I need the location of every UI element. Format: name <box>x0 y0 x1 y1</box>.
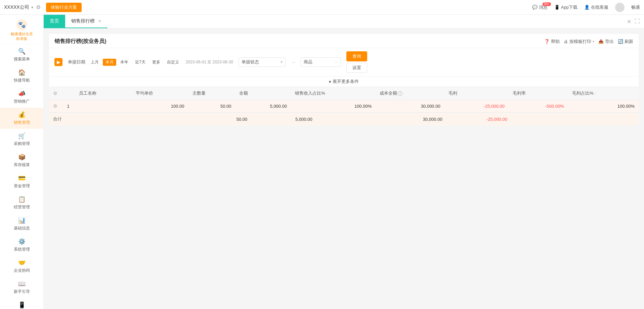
refresh-label: 刷新 <box>625 39 633 45</box>
sidebar-item-purchase[interactable]: 🛒 采购管理 <box>0 129 43 150</box>
purchase-icon: 🛒 <box>18 132 26 140</box>
tab-close-icon[interactable]: ✕ <box>98 19 101 23</box>
sidebar-item-search-order[interactable]: 🔍 搜索菜单 <box>0 44 43 65</box>
avatar[interactable] <box>615 3 625 12</box>
date-btn-more[interactable]: 更多 <box>149 59 163 66</box>
system-icon: ⚙️ <box>18 238 26 245</box>
sidebar-item-capital[interactable]: 💳 资金管理 <box>0 171 43 192</box>
main-card: 销售排行榜(按业务员) ❓ 帮助 🖨 按模板打印 ▾ 📤 <box>49 34 639 125</box>
settings-btn[interactable]: 设置 <box>346 63 367 73</box>
goods-chevron-icon: ··· <box>335 60 338 64</box>
col-header-qty: 主数量 <box>188 87 235 100</box>
sidebar-item-basic[interactable]: 📊 基础信息 <box>0 213 43 235</box>
top-bar-right: 💬 消息 99+ 📱 App下载 👤 在线客服 畅通 <box>532 3 640 12</box>
refresh-btn[interactable]: 🔄 刷新 <box>618 39 633 45</box>
cell-cost: 30,000.00 <box>376 100 444 112</box>
search-order-icon: 🔍 <box>18 48 26 55</box>
company-selector[interactable]: XXXXX公司 ▾ <box>4 4 33 10</box>
col-header-avg-price: 平均单价 <box>132 87 188 100</box>
sidebar-item-app-center[interactable]: 📱 应用中心 <box>0 298 43 309</box>
row-settings-icon[interactable]: ⚙ <box>53 103 57 109</box>
tab-home[interactable]: 首页 <box>44 15 65 28</box>
date-btn-custom[interactable]: 自定义 <box>164 59 182 66</box>
message-btn[interactable]: 💬 消息 99+ <box>532 4 548 10</box>
col-header-rank <box>61 87 75 100</box>
online-service-btn[interactable]: 👤 在线客服 <box>584 4 608 10</box>
footer-cost: 30,000.00 <box>381 117 446 122</box>
app-icon: 📱 <box>554 5 560 10</box>
message-icon: 💬 <box>532 5 538 10</box>
table-row: ⚙ 1 100.00 50.00 5,000.00 100.00% 30,000… <box>49 100 639 112</box>
sidebar-item-quick-nav[interactable]: 🏠 快捷导航 <box>0 65 43 87</box>
company-chevron-icon: ▾ <box>31 5 33 10</box>
help-btn[interactable]: ❓ 帮助 <box>544 39 560 45</box>
col-header-amount: 全额 <box>235 87 291 100</box>
sidebar-item-label: 搜索菜单 <box>14 56 30 62</box>
col-header-profit-rate: 毛利率 <box>509 87 568 100</box>
cell-rank: 1 <box>61 100 75 112</box>
export-icon: 📤 <box>598 39 604 44</box>
col-header-settings: ⚙ <box>49 87 61 100</box>
tab-maximize-icon[interactable]: ⛶ <box>635 18 640 24</box>
filter-arrow-btn[interactable]: ▶ <box>54 58 62 66</box>
company-name: XXXXX公司 <box>4 4 29 10</box>
print-label: 按模板打印 <box>569 39 591 45</box>
print-btn[interactable]: 🖨 按模板打印 ▾ <box>564 39 594 45</box>
print-icon: 🖨 <box>564 39 568 44</box>
page-title: 销售排行榜(按业务员) <box>54 38 106 45</box>
expand-more-bar: ▾ 展开更多条件 <box>49 76 639 87</box>
sidebar-item-inventory[interactable]: 📦 库存核算 <box>0 150 43 171</box>
status-filter[interactable]: 单据状态 ▾ <box>239 57 286 67</box>
table-footer: 合计 50.00 5,000.00 30,000.00 -25,000.00 <box>49 112 639 125</box>
sidebar-item-label: 企业协同 <box>14 268 30 273</box>
cell-amount: 5,000.00 <box>235 100 291 112</box>
col-settings-icon[interactable]: ⚙ <box>53 91 57 96</box>
service-icon: 👤 <box>584 5 590 10</box>
date-btn-this-month[interactable]: 本月 <box>103 59 116 66</box>
sidebar-item-enterprise[interactable]: 🤝 企业协同 <box>0 256 43 277</box>
cell-profit-pct: 100.00% <box>568 100 639 112</box>
expand-more-label: 展开更多条件 <box>333 79 359 85</box>
app-center-icon: 📱 <box>18 301 26 309</box>
goods-filter[interactable]: 商品 ··· <box>301 57 341 67</box>
expand-more-btn[interactable]: ▾ 展开更多条件 <box>329 79 359 85</box>
guide-icon: 📖 <box>18 280 26 288</box>
query-btn[interactable]: 查询 <box>346 51 367 61</box>
refresh-icon: 🔄 <box>618 39 623 44</box>
tab-close-window-icon[interactable]: ✕ <box>627 18 631 25</box>
sidebar-item-label: 采购管理 <box>14 141 30 147</box>
profit-pct-sort-icon[interactable]: ↕ <box>594 92 596 95</box>
date-btn-7days[interactable]: 近7天 <box>132 59 148 66</box>
date-btn-this-year[interactable]: 本年 <box>118 59 131 66</box>
sidebar-item-label: 营销推广 <box>14 99 30 104</box>
sidebar-item-label: 库存核算 <box>14 162 30 168</box>
app-label: App下载 <box>561 4 577 10</box>
sidebar-item-guide[interactable]: 📖 新手引导 <box>0 277 43 298</box>
cost-info-icon[interactable]: i <box>398 91 402 96</box>
filter-more-icon: ··· <box>292 60 295 65</box>
sidebar-item-marketing[interactable]: 📣 营销推广 <box>0 87 43 108</box>
sidebar-item-system[interactable]: ⚙️ 系统管理 <box>0 235 43 256</box>
cell-profit-rate: -500.00% <box>509 100 568 112</box>
sales-icon: 💰 <box>18 111 26 118</box>
user-name[interactable]: 畅通 <box>631 4 640 10</box>
app-download-btn[interactable]: 📱 App下载 <box>554 4 577 10</box>
sidebar-logo: 🐾 畅康通好生意标准版 <box>0 15 43 44</box>
col-header-profit-pct: 毛利占比%↕ <box>568 87 639 100</box>
status-chevron-icon: ▾ <box>281 60 283 64</box>
sidebar-item-sales[interactable]: 💰 销售管理 <box>0 108 43 129</box>
col-header-revenue-pct: 销售收入占比% <box>291 87 376 100</box>
cell-settings: ⚙ <box>49 100 61 112</box>
export-btn[interactable]: 📤 导出 <box>598 39 614 45</box>
sidebar-item-label: 新手引导 <box>14 289 30 295</box>
experience-btn[interactable]: 体验行业方案 <box>46 3 82 12</box>
date-filter-label: 单据日期 <box>68 59 85 65</box>
date-btn-last-month[interactable]: 上月 <box>88 59 101 66</box>
tab-sales-rank-label: 销售排行榜 <box>71 18 95 24</box>
company-settings-icon[interactable]: ⚙ <box>36 4 41 10</box>
sidebar-item-label: 系统管理 <box>14 247 30 252</box>
sidebar-item-operation[interactable]: 📋 经营管理 <box>0 192 43 213</box>
tab-sales-rank[interactable]: 销售排行榜 ✕ <box>65 15 108 28</box>
help-icon: ❓ <box>544 39 550 44</box>
footer-profit: -25,000.00 <box>446 117 511 122</box>
